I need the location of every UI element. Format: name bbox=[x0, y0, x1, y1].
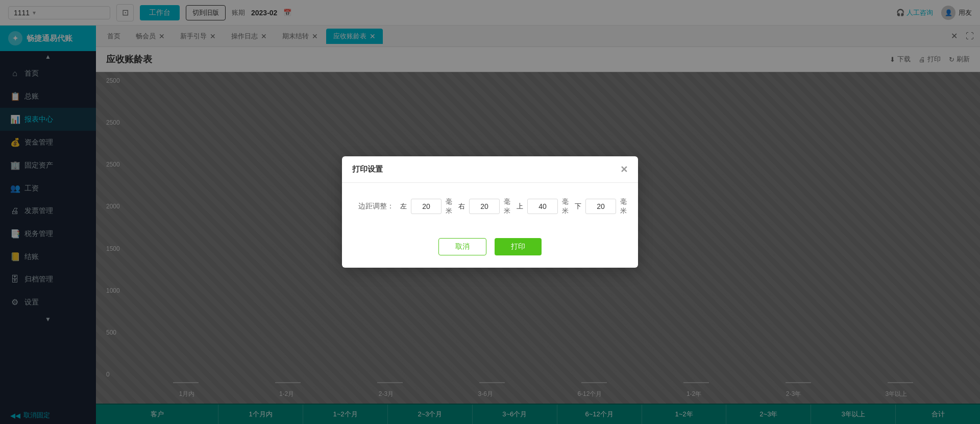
modal-title: 打印设置 bbox=[352, 164, 383, 174]
right-label: 右 bbox=[458, 202, 465, 211]
modal-footer: 取消 打印 bbox=[342, 230, 638, 268]
modal-overlay[interactable]: 打印设置 ✕ 边距调整： 左 毫米 右 毫米 上 毫米 bbox=[0, 0, 980, 424]
left-unit: 毫米 bbox=[446, 197, 452, 216]
margin-top-input[interactable] bbox=[527, 199, 558, 214]
modal-body: 边距调整： 左 毫米 右 毫米 上 毫米 下 bbox=[342, 183, 638, 230]
cancel-button[interactable]: 取消 bbox=[438, 238, 486, 255]
margin-top-group: 上 毫米 bbox=[517, 197, 569, 216]
modal-header: 打印设置 ✕ bbox=[342, 156, 638, 183]
margin-right-input[interactable] bbox=[469, 199, 500, 214]
margin-bottom-group: 下 毫米 bbox=[575, 197, 627, 216]
confirm-print-button[interactable]: 打印 bbox=[495, 238, 542, 255]
top-unit: 毫米 bbox=[562, 197, 569, 216]
margin-form-row: 边距调整： 左 毫米 右 毫米 上 毫米 下 bbox=[358, 197, 622, 216]
right-unit: 毫米 bbox=[504, 197, 510, 216]
margin-bottom-input[interactable] bbox=[585, 199, 616, 214]
left-label: 左 bbox=[400, 202, 407, 211]
bottom-label: 下 bbox=[575, 202, 581, 211]
top-label: 上 bbox=[517, 202, 523, 211]
margin-left-group: 左 毫米 bbox=[400, 197, 452, 216]
margin-left-input[interactable] bbox=[411, 199, 442, 214]
print-settings-modal: 打印设置 ✕ 边距调整： 左 毫米 右 毫米 上 毫米 bbox=[342, 156, 638, 268]
modal-close-button[interactable]: ✕ bbox=[620, 165, 628, 174]
margin-label: 边距调整： bbox=[358, 202, 394, 211]
bottom-unit: 毫米 bbox=[620, 197, 627, 216]
margin-right-group: 右 毫米 bbox=[458, 197, 510, 216]
